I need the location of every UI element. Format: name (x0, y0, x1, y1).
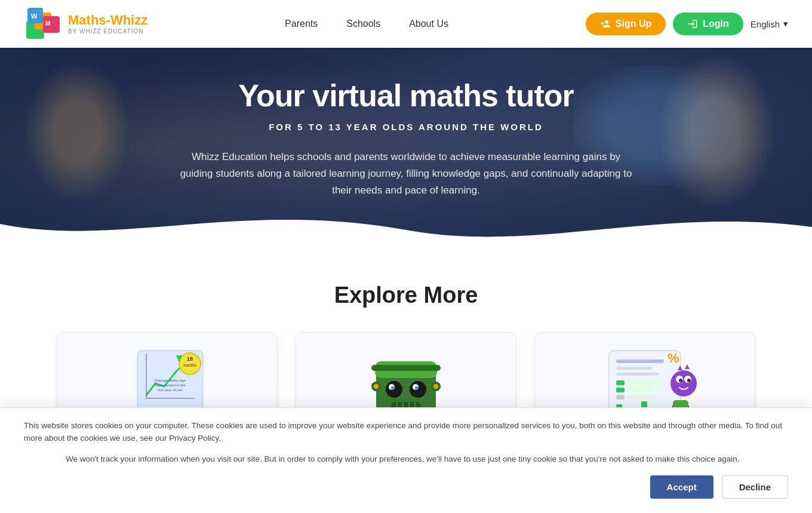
person-add-icon (600, 19, 611, 29)
svg-text:Average Maths Age: Average Maths Age (155, 379, 186, 382)
svg-point-54 (670, 370, 697, 397)
nav-about-us[interactable]: About Us (397, 14, 460, 34)
svg-rect-43 (616, 380, 625, 385)
svg-rect-42 (616, 373, 658, 376)
svg-point-57 (679, 379, 682, 382)
explore-title: Explore More (36, 282, 776, 308)
cookie-main-text: This website stores cookies on your comp… (24, 420, 788, 445)
language-label: English (751, 19, 780, 29)
cookie-consent-bar: This website stores cookies on your comp… (0, 407, 812, 465)
svg-text:W: W (31, 13, 38, 20)
svg-rect-40 (616, 360, 664, 363)
hero-section: Your virtual maths tutor FOR 5 TO 13 YEA… (0, 48, 812, 247)
svg-rect-20 (371, 365, 441, 371)
logo[interactable]: W M Maths-Whizz by whizz EDUCATION (24, 3, 147, 45)
cookie-secondary-text: We won't track your information when you… (66, 453, 788, 465)
chevron-down-icon: ▾ (783, 19, 788, 29)
svg-text:18: 18 (187, 356, 193, 362)
svg-point-34 (374, 384, 379, 389)
logo-brand: Maths-Whizz (68, 13, 147, 27)
hero-wave (0, 200, 812, 247)
svg-text:Improvement in the: Improvement in the (155, 383, 186, 387)
svg-rect-45 (616, 388, 625, 392)
svg-rect-47 (616, 395, 625, 400)
svg-rect-44 (627, 380, 660, 385)
svg-text:M: M (45, 20, 50, 27)
svg-text:%: % (668, 351, 679, 365)
nav-schools[interactable]: Schools (334, 14, 392, 34)
svg-marker-60 (685, 364, 690, 369)
svg-rect-46 (627, 388, 654, 392)
hero-description: Whizz Education helps schools and parent… (179, 149, 633, 199)
navbar: W M Maths-Whizz by whizz EDUCATION Paren… (0, 0, 812, 48)
hero-title: Your virtual maths tutor (179, 78, 633, 113)
signup-button[interactable]: Sign Up (586, 13, 666, 35)
svg-point-26 (415, 386, 419, 390)
svg-point-35 (433, 384, 438, 389)
hero-subtitle: FOR 5 TO 13 YEAR OLDS AROUND THE WORLD (179, 122, 633, 132)
logo-tagline: by whizz EDUCATION (68, 28, 147, 35)
nav-parents[interactable]: Parents (273, 14, 330, 34)
nav-links: Parents Schools About Us (273, 14, 460, 34)
language-selector[interactable]: English ▾ (751, 19, 788, 29)
svg-point-25 (391, 386, 395, 390)
svg-rect-48 (627, 395, 657, 400)
svg-text:months: months (183, 363, 196, 367)
svg-rect-41 (616, 367, 652, 370)
svg-point-58 (687, 379, 691, 382)
svg-text:first year of use: first year of use (158, 388, 183, 392)
nav-actions: Sign Up Login English ▾ (586, 13, 788, 35)
login-icon (687, 19, 698, 29)
login-button[interactable]: Login (673, 13, 743, 35)
